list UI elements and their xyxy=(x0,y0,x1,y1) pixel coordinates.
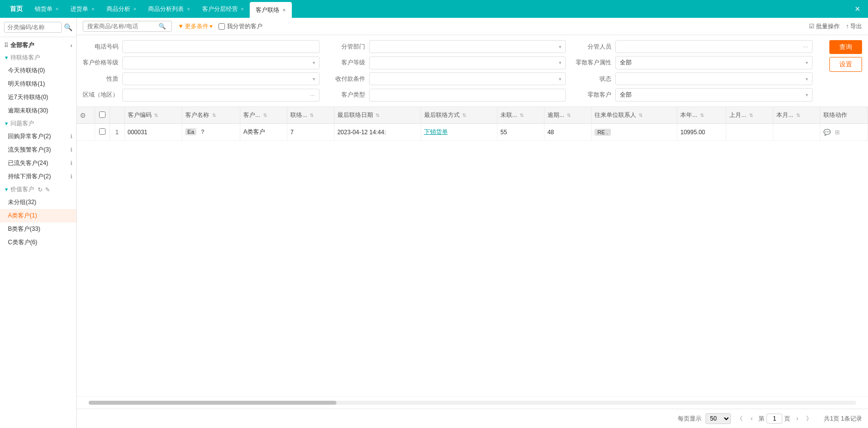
sidebar-section-value: ▼ 价值客户 ↻ ✎ xyxy=(0,183,76,196)
customer-level-dropdown[interactable]: ▾ xyxy=(369,56,566,69)
sidebar-item-churned[interactable]: 已流失客户(24) ℹ xyxy=(0,157,76,170)
sort-type-icon[interactable]: ⇅ xyxy=(263,112,267,118)
phone-input[interactable] xyxy=(122,40,320,53)
row-checkbox[interactable] xyxy=(99,128,106,135)
payment-dropdown[interactable]: ▾ xyxy=(369,72,566,85)
advanced-filters: 电话号码 分管部门 ▾ 分管人员 xyxy=(77,35,868,107)
nav-tab-goods-analysis-list[interactable]: 商品分析列表 × xyxy=(142,0,196,18)
total-info: 共1页 1条记录 xyxy=(824,415,862,423)
sidebar-search-icon[interactable]: 🔍 xyxy=(64,23,72,31)
sidebar-item-7days-pending[interactable]: 近7天待联络(0) xyxy=(0,91,76,104)
batch-ops-btn[interactable]: ☑ 批量操作 xyxy=(809,22,840,31)
my-customers-checkbox[interactable] xyxy=(218,23,225,30)
retail-customer-dropdown[interactable]: 全部 ▾ xyxy=(615,88,813,102)
sidebar-item-unclassified[interactable]: 未分组(32) xyxy=(0,196,76,209)
refresh-icon[interactable]: ↻ xyxy=(38,186,43,193)
sort-lastmethod-icon[interactable]: ⇅ xyxy=(462,112,466,118)
nav-tab-home[interactable]: 首页 xyxy=(4,0,29,18)
sidebar: 🔍 ⠿ 全部客户 ‹ ▼ 待联络客户 今天待联络(0) 明天待联络(1) 近7天… xyxy=(0,18,77,428)
close-customer-contact-tab[interactable]: × xyxy=(282,7,285,13)
close-purchase-tab[interactable]: × xyxy=(91,6,94,12)
row-current-year-cell: 10995.00 xyxy=(677,124,726,141)
row-last-method-cell: 下销货单 xyxy=(421,124,497,141)
name-badge: Ea xyxy=(185,128,196,135)
pagination: 每页显示 50 100 200 《 ‹ 第 页 › 》 共1页 1条记录 xyxy=(77,409,868,428)
sidebar-item-churn-warning[interactable]: 流失预警客户(3) ℹ xyxy=(0,143,76,157)
page-info: 第 页 xyxy=(759,414,790,424)
sort-overdue-icon[interactable]: ⇅ xyxy=(567,112,571,118)
sort-thismonth-icon[interactable]: ⇅ xyxy=(796,112,800,118)
horizontal-scrollbar[interactable] xyxy=(89,401,856,405)
sidebar-item-overdue-pending[interactable]: 逾期未联络(30) xyxy=(0,104,76,117)
export-btn[interactable]: ↑ 导出 xyxy=(846,22,862,31)
sort-uncontacted-icon[interactable]: ⇅ xyxy=(520,112,524,118)
sort-lastdate-icon[interactable]: ⇅ xyxy=(376,112,380,118)
page-next-btn[interactable]: › xyxy=(794,414,800,423)
settings-gear-icon[interactable]: ⚙ xyxy=(80,111,86,119)
region-input[interactable]: ··· xyxy=(122,89,320,102)
sort-name-icon[interactable]: ⇅ xyxy=(212,112,216,118)
more-filters-btn[interactable]: ▼ 更多条件 ▾ xyxy=(178,22,213,31)
content-area: 🔍 ▼ 更多条件 ▾ 我分管的客户 ☑ 批量操作 ↑ 导出 xyxy=(77,18,868,428)
table-container: ⚙ 客户编码 ⇅ 客户名称 ⇅ xyxy=(77,107,868,396)
nav-tab-sales[interactable]: 销货单 × xyxy=(29,0,64,18)
sidebar-item-tomorrow-pending[interactable]: 明天待联络(1) xyxy=(0,77,76,91)
status-dropdown[interactable]: ▾ xyxy=(615,72,813,85)
grid-action-icon[interactable]: ⊞ xyxy=(835,129,840,136)
col-name-header: 客户名称 ⇅ xyxy=(182,107,240,124)
nav-tab-customer-segment[interactable]: 客户分层经营 × xyxy=(196,0,250,18)
my-customers-toggle[interactable]: 我分管的客户 xyxy=(218,22,263,31)
nav-tab-purchase[interactable]: 进货单 × xyxy=(64,0,100,18)
sort-currentyear-icon[interactable]: ⇅ xyxy=(700,112,704,118)
sidebar-item-class-b[interactable]: B类客户(33) xyxy=(0,222,76,236)
row-overdue-cell: 48 xyxy=(544,124,591,141)
sort-contact-icon[interactable]: ⇅ xyxy=(310,112,314,118)
page-number-input[interactable] xyxy=(766,414,782,424)
page-last-btn[interactable]: 》 xyxy=(804,414,814,424)
price-level-dropdown[interactable]: ▾ xyxy=(122,56,320,69)
page-size-select[interactable]: 50 100 200 xyxy=(705,413,731,424)
filter-retail-customer: 零散客户 全部 ▾ xyxy=(576,88,813,102)
page-first-btn[interactable]: 《 xyxy=(735,414,745,424)
sort-companycontact-icon[interactable]: ⇅ xyxy=(639,112,643,118)
filter-price-level: 客户价格等级 ▾ xyxy=(83,56,320,69)
row-type-cell: A类客户 xyxy=(240,124,287,141)
sidebar-item-today-pending[interactable]: 今天待联络(0) xyxy=(0,64,76,77)
main-search-icon[interactable]: 🔍 xyxy=(159,23,166,30)
nav-tab-customer-contact[interactable]: 客户联络 × xyxy=(250,2,291,18)
close-goods-analysis-list-tab[interactable]: × xyxy=(187,6,190,12)
main-search-input[interactable] xyxy=(87,23,157,30)
company-contact-badge: RE . xyxy=(595,129,611,136)
sidebar-collapse-btn[interactable]: ‹ xyxy=(70,42,72,49)
sort-code-icon[interactable]: ⇅ xyxy=(154,112,158,118)
chat-action-icon[interactable]: 💬 xyxy=(823,129,831,136)
settings-button[interactable]: 设置 xyxy=(829,57,862,72)
edit-icon[interactable]: ✎ xyxy=(45,186,50,193)
filter-customer-type: 客户类型 xyxy=(329,89,566,102)
page-prev-btn[interactable]: ‹ xyxy=(749,414,755,423)
person-input[interactable]: ··· xyxy=(615,40,813,53)
retail-attr-dropdown[interactable]: 全部 ▾ xyxy=(615,56,813,69)
sidebar-item-abnormal-repurchase[interactable]: 回购异常客户(2) ℹ xyxy=(0,130,76,143)
nature-dropdown[interactable]: ▾ xyxy=(122,72,320,85)
sidebar-search-input[interactable] xyxy=(4,22,62,33)
sidebar-item-class-c[interactable]: C类客户(6) xyxy=(0,236,76,249)
customer-type-input[interactable] xyxy=(369,89,566,102)
nav-tab-goods-analysis[interactable]: 商品分析 × xyxy=(101,0,142,18)
query-button[interactable]: 查询 xyxy=(829,40,862,54)
row-checkbox-cell xyxy=(95,124,109,141)
close-sales-tab[interactable]: × xyxy=(55,6,58,12)
nav-close-all[interactable]: × xyxy=(851,4,864,14)
last-method-link[interactable]: 下销货单 xyxy=(424,128,448,135)
sidebar-all-customers-label[interactable]: 全部客户 xyxy=(10,41,34,50)
dept-dropdown[interactable]: ▾ xyxy=(369,40,566,53)
scrollbar-thumb xyxy=(89,401,336,405)
close-goods-analysis-tab[interactable]: × xyxy=(133,6,136,12)
select-all-checkbox[interactable] xyxy=(99,111,106,118)
close-customer-segment-tab[interactable]: × xyxy=(241,6,244,12)
sidebar-item-declining[interactable]: 持续下滑客户(2) ℹ xyxy=(0,170,76,183)
row-code-cell: 000031 xyxy=(124,124,182,141)
sidebar-item-class-a[interactable]: A类客户(1) xyxy=(0,209,76,222)
page-size-label: 每页显示 xyxy=(678,415,702,423)
sort-lastmonth-icon[interactable]: ⇅ xyxy=(749,112,753,118)
